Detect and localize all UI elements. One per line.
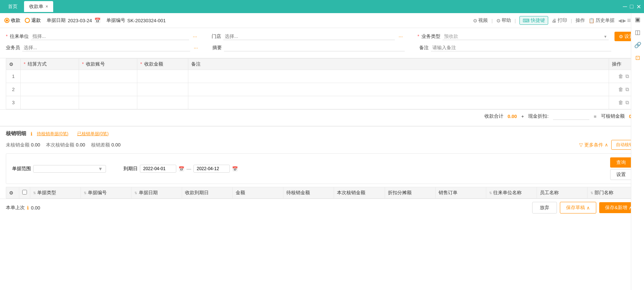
bill-range-select[interactable]: ▼ xyxy=(33,165,106,173)
row-2-remark[interactable] xyxy=(188,83,609,96)
bottom-col-amount-header: 金额 xyxy=(233,187,283,199)
row-3-num: 3 xyxy=(6,96,21,109)
due-date-start-input[interactable] xyxy=(140,165,176,173)
row-3-account[interactable] xyxy=(79,96,137,109)
shortcut-btn[interactable]: ⌨ 快捷键 xyxy=(519,16,548,25)
row-2-amount[interactable] xyxy=(137,83,188,96)
counterpart-more-icon[interactable]: ··· xyxy=(193,34,197,39)
operation-btn[interactable]: 操作 xyxy=(576,17,585,24)
select-all-checkbox[interactable] xyxy=(22,190,27,195)
more-conditions-btn[interactable]: ▽ 更多条件 ∧ xyxy=(579,142,608,148)
verify-info-icon[interactable]: ℹ xyxy=(31,131,32,137)
form-area: * 往来单位 ··· 门店 ··· * 业务类型 ▼ xyxy=(0,28,644,58)
verify-settings-button[interactable]: 设置 xyxy=(610,169,632,180)
bottom-col-pending-header: 待核销金额 xyxy=(283,187,334,199)
sidebar-layout-icon[interactable]: ◫ xyxy=(635,29,640,36)
row-1-remark[interactable] xyxy=(188,70,609,83)
summary-input[interactable] xyxy=(224,44,404,51)
table-area: ⚙ * 结算方式 * 收款账号 * 收款金额 备注 xyxy=(0,58,644,109)
date-range-field: 到期日 📅 — 📅 xyxy=(123,165,238,173)
counterpart-input[interactable] xyxy=(31,33,189,40)
gear-col-icon: ⚙ xyxy=(9,62,13,67)
store-input[interactable] xyxy=(223,33,395,40)
total-value: 0.00 xyxy=(508,114,517,119)
due-date-label: 到期日 xyxy=(123,165,138,172)
equals-sign: = xyxy=(594,114,597,119)
form-row-1: * 往来单位 ··· 门店 ··· * 业务类型 ▼ xyxy=(6,32,638,41)
discount-input[interactable] xyxy=(553,113,589,120)
row-3-remark[interactable] xyxy=(188,96,609,109)
business-type-input[interactable] xyxy=(443,33,609,40)
row-2-account[interactable] xyxy=(79,83,137,96)
video-icon: ⊙ xyxy=(473,18,477,23)
date-field: 单据日期 2023-03-24 📅 xyxy=(47,17,101,24)
row-1-account[interactable] xyxy=(79,70,137,83)
row-1-settlement[interactable] xyxy=(21,70,79,83)
row-1-amount[interactable] xyxy=(137,70,188,83)
pending-tab[interactable]: 待核销单据(0笔) xyxy=(37,131,68,137)
due-date-end-input[interactable] xyxy=(193,165,230,173)
store-more-icon[interactable]: ··· xyxy=(398,34,403,39)
row-2-copy-icon[interactable]: ⧉ xyxy=(625,86,629,93)
staff-more-icon[interactable]: ··· xyxy=(194,45,198,51)
row-3-settlement[interactable] xyxy=(21,96,79,109)
row-2-settlement[interactable] xyxy=(21,83,79,96)
footer-current-value: 0.00 xyxy=(31,205,40,211)
filter-icon: ▽ xyxy=(579,142,583,148)
print-btn[interactable]: 🖨 打印 xyxy=(552,17,567,24)
done-tab[interactable]: 已核销单据(0笔) xyxy=(77,131,109,137)
start-calendar-icon[interactable]: 📅 xyxy=(178,166,184,172)
close-icon[interactable]: ✕ xyxy=(636,3,641,10)
row-1-delete-icon[interactable]: 🗑 xyxy=(618,73,623,79)
next-icon[interactable]: ▶ xyxy=(623,18,626,23)
number-value: SK-20230324-001 xyxy=(127,18,166,23)
row-3-copy-icon[interactable]: ⧉ xyxy=(625,99,629,106)
draft-arrow-icon: ∧ xyxy=(586,205,590,211)
abandon-button[interactable]: 放弃 xyxy=(532,202,557,213)
row-2-delete-icon[interactable]: 🗑 xyxy=(618,86,623,93)
sidebar-active-icon[interactable]: ⊡ xyxy=(635,54,640,61)
col-gear-header[interactable]: ⚙ xyxy=(6,59,21,70)
bottom-col-gear-header[interactable]: ⚙ xyxy=(6,187,19,199)
summary-field: 摘要 xyxy=(212,44,404,51)
summary-row: 收款合计 0.00 + 现金折扣: = 可核销金额 0.00 xyxy=(0,109,644,123)
tab-close-icon[interactable]: × xyxy=(46,4,48,9)
dropdown-arrow-icon: ▼ xyxy=(604,35,607,39)
store-field: 门店 ··· xyxy=(212,33,403,40)
prev-icon[interactable]: ◀ xyxy=(618,18,622,23)
video-btn[interactable]: ⊙ 视频 xyxy=(473,17,488,24)
bottom-col-bill-no-header: ⇅ 单据编号 xyxy=(81,187,131,199)
radio-refund[interactable]: 退款 xyxy=(25,17,41,24)
radio-refund-label: 退款 xyxy=(31,17,41,24)
row-3-amount[interactable] xyxy=(137,96,188,109)
history-btn[interactable]: 📋 历史单据 xyxy=(589,17,614,24)
radio-receive-dot xyxy=(4,18,9,23)
staff-input[interactable] xyxy=(22,44,190,51)
row-1-copy-icon[interactable]: ⧉ xyxy=(625,73,629,79)
radio-group: 收款 退款 xyxy=(4,17,41,24)
query-button[interactable]: 查询 xyxy=(610,157,632,168)
remark-input[interactable] xyxy=(431,44,611,51)
footer-info-icon[interactable]: ℹ xyxy=(27,205,29,211)
save-draft-button[interactable]: 保存草稿 ∧ xyxy=(560,202,596,213)
row-3-delete-icon[interactable]: 🗑 xyxy=(618,99,623,106)
help-btn[interactable]: ⊙ 帮助 xyxy=(496,17,511,24)
sidebar-table-icon[interactable]: ▣ xyxy=(635,16,640,23)
sidebar-link-icon[interactable]: 🔗 xyxy=(634,42,641,48)
end-calendar-icon[interactable]: 📅 xyxy=(232,166,238,172)
minimize-icon[interactable]: ─ xyxy=(623,3,627,10)
bottom-col-checkbox-header[interactable] xyxy=(19,187,30,199)
counterpart-label: * 往来单位 xyxy=(6,33,29,40)
list-icon[interactable]: ≡ xyxy=(627,17,631,24)
tab-current[interactable]: 收款单 × xyxy=(24,1,53,12)
tab-home[interactable]: 首页 xyxy=(3,1,23,12)
verify-header: 核销明细 ℹ 待核销单据(0笔) 已核销单据(0笔) xyxy=(6,130,638,137)
calendar-icon[interactable]: 📅 xyxy=(94,17,101,23)
history-icon: 📋 xyxy=(589,18,594,23)
help-icon: ⊙ xyxy=(496,18,500,23)
restore-icon[interactable]: □ xyxy=(630,3,633,10)
expand-icon: ∧ xyxy=(605,142,608,148)
radio-receive[interactable]: 收款 xyxy=(4,17,20,24)
total-label: 收款合计 xyxy=(484,113,503,119)
business-type-label: * 业务类型 xyxy=(417,33,440,40)
